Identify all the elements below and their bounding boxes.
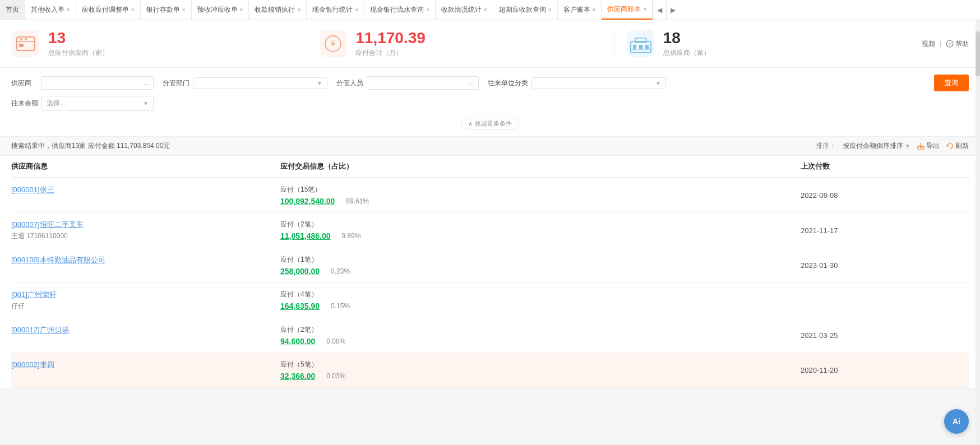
nav-tab-collect-stat[interactable]: 收款情况统计 × (436, 0, 493, 20)
nav-tab-collect-exec[interactable]: 收款核销执行 × (249, 0, 307, 20)
supplier-cell: [000007]恒旺二手叉车 王通 17106110000 (11, 220, 280, 241)
person-input[interactable]: ... (367, 76, 479, 90)
col-last-pay: 上次付数 (801, 161, 969, 171)
close-icon[interactable]: × (548, 7, 552, 13)
nav-scroll-right[interactable]: ▶ (666, 0, 679, 20)
nav-tab-home-label: 首页 (6, 5, 19, 15)
search-button[interactable]: 查询 (934, 75, 969, 91)
supplier-link[interactable]: [001]广州荣轩 (11, 290, 280, 300)
export-button[interactable]: 导出 (917, 141, 940, 151)
tx-amount-link[interactable]: 164,635.90 (280, 302, 320, 310)
chevron-down-icon: ▼ (317, 80, 322, 86)
refresh-label: 刷新 (955, 141, 969, 151)
tx-amount-link[interactable]: 94,600.00 (280, 337, 315, 346)
svg-text:¥: ¥ (330, 39, 335, 48)
nav-tab-bank-deposit-label: 银行存款单 (146, 5, 180, 15)
refresh-button[interactable]: 刷新 (946, 141, 969, 151)
person-input-dots: ... (468, 79, 474, 87)
tx-percent: 0.03% (326, 372, 345, 380)
tx-cell: 应付（4笔） 164,635.90 0.15% (280, 290, 801, 310)
nav-tab-other-income[interactable]: 其他收入单 × (25, 0, 76, 20)
close-icon[interactable]: × (67, 7, 70, 13)
table-row: [000100]本特勤油品有限公司 应付（1笔） 258,000.00 0.23… (11, 248, 969, 283)
total-suppliers-icon (626, 29, 655, 58)
tx-title: 应付（2笔） (280, 325, 801, 335)
close-icon[interactable]: × (484, 7, 487, 13)
dept-select[interactable]: ▼ (193, 77, 327, 89)
tx-cell: 应付（2笔） 94,600.00 0.08% (280, 325, 801, 346)
collapse-bar: ∧ 收起更多条件 (11, 115, 969, 132)
tx-percent: 89.61% (346, 197, 369, 205)
stat-info-payable-total: 11,170.39 应付合计（万） (355, 30, 426, 58)
close-icon[interactable]: × (182, 7, 186, 13)
video-link[interactable]: 视频 (922, 39, 935, 49)
close-icon[interactable]: × (297, 7, 301, 13)
stat-card-payable-suppliers: 13 总应付供应商（家） (11, 29, 307, 58)
export-label: 导出 (926, 141, 940, 151)
divider (307, 30, 307, 58)
close-icon[interactable]: × (240, 7, 243, 13)
nav-tab-cash-bank-flow[interactable]: 现金银行流水查询 × (364, 0, 436, 20)
nav-tab-bank-deposit[interactable]: 银行存款单 × (141, 0, 192, 20)
close-icon[interactable]: × (355, 7, 358, 13)
tx-percent: 0.15% (331, 302, 350, 310)
person-filter-label: 分管人员 (336, 78, 363, 88)
supplier-link[interactable]: [000012]广州贝瑞 (11, 325, 280, 335)
supplier-filter-label: 供应商 (11, 78, 38, 88)
table-header: 供应商信息 应付交易信息（占比） 上次付数 (11, 156, 969, 178)
top-navigation: 首页 其他收入单 × 应收应付调整单 × 银行存款单 × 预收冲应收单 × 收款… (0, 0, 980, 20)
chevron-down-icon: ▼ (655, 80, 661, 86)
collapse-icon: ∧ (468, 120, 473, 127)
supplier-cell: [000001]张三 (11, 185, 280, 195)
last-pay-cell: 2022-08-08 (801, 191, 969, 200)
filter-person: 分管人员 ... (336, 76, 479, 90)
collapse-button[interactable]: ∧ 收起更多条件 (461, 118, 519, 129)
tx-percent: 9.89% (342, 232, 361, 240)
nav-tab-cash-bank-stat[interactable]: 现金银行统计 × (307, 0, 364, 20)
dept-filter-label: 分管部门 (163, 78, 189, 88)
help-link[interactable]: ? 帮助 (946, 39, 969, 49)
header-actions: 视频 | ? 帮助 (922, 39, 969, 49)
supplier-link[interactable]: [000007]恒旺二手叉车 (11, 220, 280, 230)
filter-row-1: 供应商 ... 分管部门 ▼ 分管人员 ... 往来单位分类 ▼ (11, 75, 969, 91)
nav-tab-overdue-ap[interactable]: 超期应收款查询 × (493, 0, 558, 20)
chevron-down-icon: ▼ (905, 143, 910, 149)
payable-total-icon: ¥ (318, 29, 348, 58)
stat-card-payable-total: ¥ 11,170.39 应付合计（万） (318, 29, 614, 58)
nav-tab-cash-bank-flow-label: 现金银行流水查询 (370, 5, 424, 15)
nav-tab-advance-collect[interactable]: 预收冲应收单 × (192, 0, 249, 20)
nav-tab-supplier-account-label: 供应商账本 (607, 4, 641, 14)
tx-amount-link[interactable]: 11,051,486.00 (280, 231, 331, 240)
close-icon[interactable]: × (643, 6, 646, 12)
sort-value: 按应付余额倒序排序 (843, 141, 903, 151)
scrollbar-thumb[interactable] (976, 31, 980, 76)
results-summary: 搜索结果中，供应商13家 应付金额 111,703,854.00元 (11, 141, 170, 151)
close-icon[interactable]: × (593, 7, 596, 13)
close-icon[interactable]: × (131, 7, 135, 13)
supplier-cell: [000012]广州贝瑞 (11, 325, 280, 335)
balance-select[interactable]: 选择... ▼ (41, 96, 154, 111)
unit-class-select[interactable]: ▼ (531, 77, 666, 89)
balance-placeholder: 选择... (47, 99, 66, 108)
supplier-link[interactable]: [000001]张三 (11, 185, 280, 195)
tx-amount-link[interactable]: 32,366.00 (280, 372, 315, 381)
refresh-icon (946, 142, 954, 150)
nav-tab-cash-bank-stat-label: 现金银行统计 (312, 5, 353, 15)
supplier-cell: [000100]本特勤油品有限公司 (11, 255, 280, 265)
nav-tab-supplier-account[interactable]: 供应商账本 × (602, 0, 653, 20)
stat-card-total-suppliers: 18 总供应商（家） (626, 29, 922, 58)
nav-scroll-left[interactable]: ◀ (653, 0, 666, 20)
nav-tab-customer-account[interactable]: 客户账本 × (558, 0, 602, 20)
stat-total-suppliers-number: 18 (663, 30, 710, 46)
supplier-link[interactable]: [000002]李四 (11, 360, 280, 370)
close-icon[interactable]: × (426, 7, 429, 13)
tx-amount-link[interactable]: 258,000.00 (280, 267, 320, 276)
tx-title: 应付（2笔） (280, 220, 801, 229)
tx-amount-link[interactable]: 100,092,540.00 (280, 197, 335, 206)
nav-tab-ap-adjust[interactable]: 应收应付调整单 × (76, 0, 141, 20)
last-pay-cell: 2020-11-20 (801, 366, 969, 374)
sort-select[interactable]: 按应付余额倒序排序 ▼ (843, 141, 910, 151)
nav-tab-home[interactable]: 首页 (0, 0, 25, 20)
supplier-link[interactable]: [000100]本特勤油品有限公司 (11, 255, 280, 265)
supplier-input[interactable]: ... (41, 76, 154, 90)
